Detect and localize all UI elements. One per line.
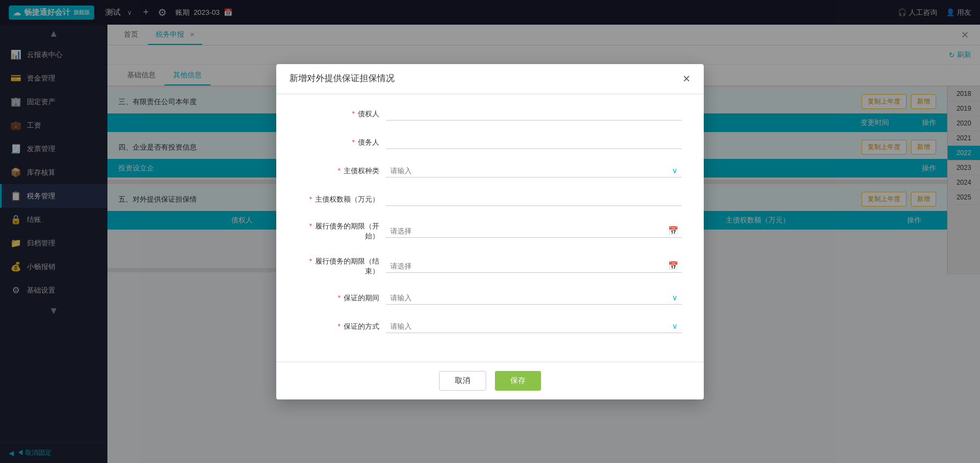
form-row-period-end: * 履行债务的期限（结束） 📅 (298, 256, 682, 276)
creditor-label: * 债权人 (298, 109, 386, 119)
claim-type-dropdown-icon[interactable]: ∨ (672, 166, 682, 175)
form-row-guarantee-period: * 保证的期间 ∨ (298, 291, 682, 305)
guarantee-period-dropdown-icon[interactable]: ∨ (672, 293, 682, 302)
claim-amount-input[interactable] (386, 193, 682, 206)
save-button[interactable]: 保存 (495, 371, 541, 391)
cancel-button[interactable]: 取消 (439, 371, 486, 391)
guarantee-method-dropdown-icon[interactable]: ∨ (672, 322, 682, 330)
debtor-input[interactable] (386, 136, 682, 149)
dialog-add-guarantee: 新增对外提供保证担保情况 ✕ * 债权人 * 债务人 (276, 64, 704, 399)
dialog-header: 新增对外提供保证担保情况 ✕ (276, 64, 704, 94)
period-end-date-wrap: 📅 (386, 260, 682, 273)
form-row-period-start: * 履行债务的期限（开始） 📅 (298, 221, 682, 241)
period-start-calendar-icon[interactable]: 📅 (668, 226, 682, 236)
claim-type-input[interactable] (386, 164, 672, 177)
period-end-calendar-icon[interactable]: 📅 (668, 261, 682, 271)
dialog-close-button[interactable]: ✕ (682, 73, 691, 85)
guarantee-method-select-wrap: ∨ (386, 320, 682, 333)
claim-type-select-wrap: ∨ (386, 164, 682, 178)
period-end-input[interactable] (386, 260, 668, 272)
guarantee-method-input[interactable] (386, 320, 672, 333)
form-row-claim-amount: * 主债权数额（万元） (298, 193, 682, 206)
guarantee-period-select-wrap: ∨ (386, 291, 682, 305)
guarantee-period-label: * 保证的期间 (298, 293, 386, 303)
debtor-label: * 债务人 (298, 138, 386, 147)
period-start-date-wrap: 📅 (386, 225, 682, 238)
guarantee-period-input[interactable] (386, 291, 672, 304)
period-start-input[interactable] (386, 225, 668, 237)
creditor-input[interactable] (386, 107, 682, 121)
dialog-footer: 取消 保存 (276, 362, 704, 399)
form-row-creditor: * 债权人 (298, 107, 682, 121)
claim-amount-label: * 主债权数额（万元） (298, 195, 386, 204)
claim-type-label: * 主债权种类 (298, 166, 386, 176)
period-start-label: * 履行债务的期限（开始） (298, 221, 386, 241)
form-row-claim-type: * 主债权种类 ∨ (298, 164, 682, 178)
form-row-guarantee-method: * 保证的方式 ∨ (298, 320, 682, 333)
dialog-body: * 债权人 * 债务人 * 主债权种类 (276, 94, 704, 362)
form-row-debtor: * 债务人 (298, 136, 682, 149)
period-end-label: * 履行债务的期限（结束） (298, 256, 386, 276)
modal-overlay: 新增对外提供保证担保情况 ✕ * 债权人 * 债务人 (0, 0, 980, 463)
dialog-title: 新增对外提供保证担保情况 (289, 73, 395, 84)
guarantee-method-label: * 保证的方式 (298, 322, 386, 331)
